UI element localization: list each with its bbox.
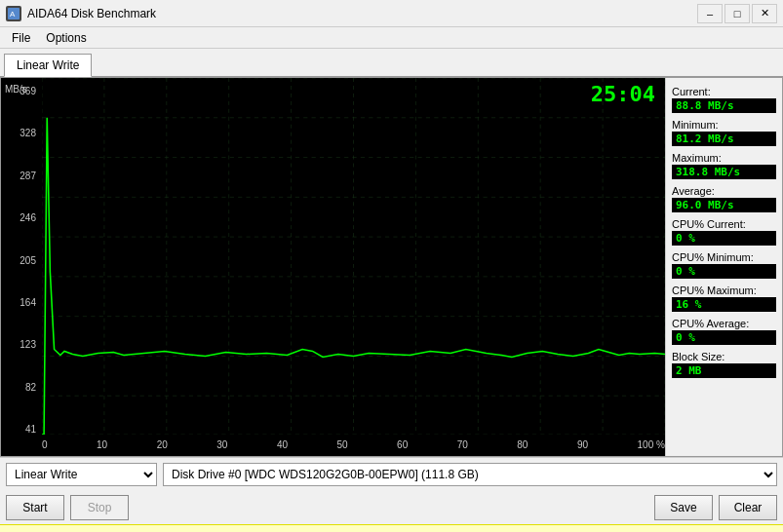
- stat-block-size-label: Block Size:: [672, 351, 776, 362]
- x-label-40: 40: [277, 439, 288, 450]
- stat-cpu-average-value: 0 %: [672, 330, 776, 345]
- stats-panel: Current: 88.8 MB/s Minimum: 81.2 MB/s Ma…: [665, 78, 782, 456]
- y-label-205: 205: [3, 255, 40, 266]
- stat-current-value: 88.8 MB/s: [672, 98, 776, 113]
- y-label-123: 123: [3, 339, 40, 350]
- tab-linear-write[interactable]: Linear Write: [4, 54, 92, 77]
- stat-cpu-current-value: 0 %: [672, 231, 776, 246]
- stat-average-label: Average:: [672, 185, 776, 197]
- stat-block-size-value: 2 MB: [672, 363, 776, 378]
- stat-cpu-average: CPU% Average: 0 %: [672, 318, 776, 345]
- stat-current-label: Current:: [672, 86, 776, 97]
- x-label-70: 70: [457, 439, 468, 450]
- maximize-button[interactable]: □: [724, 4, 750, 23]
- stat-cpu-average-label: CPU% Average:: [672, 318, 776, 329]
- save-button[interactable]: Save: [654, 495, 713, 520]
- stat-maximum: Maximum: 318.8 MB/s: [672, 152, 776, 179]
- chart-canvas: [42, 78, 665, 435]
- stat-cpu-maximum: CPU% Maximum: 16 %: [672, 285, 776, 312]
- stop-button[interactable]: Stop: [70, 495, 129, 520]
- start-button[interactable]: Start: [6, 495, 64, 520]
- y-label-328: 328: [3, 128, 40, 138]
- x-label-100: 100 %: [638, 439, 665, 450]
- app-icon: A: [6, 6, 21, 21]
- chart-area: MB/s 25:04 369 328 287 246 205 164 123 8…: [1, 78, 665, 456]
- menu-options[interactable]: Options: [38, 29, 94, 46]
- x-axis: 0 10 20 30 40 50 60 70 80 90 100 %: [42, 435, 665, 456]
- window-controls: – □ ✕: [697, 4, 777, 23]
- stat-cpu-current: CPU% Current: 0 %: [672, 218, 776, 246]
- x-label-0: 0: [42, 439, 48, 450]
- stat-cpu-maximum-value: 16 %: [672, 297, 776, 312]
- menu-file[interactable]: File: [4, 29, 38, 46]
- x-label-30: 30: [216, 439, 227, 450]
- y-label-287: 287: [3, 171, 40, 181]
- stat-cpu-minimum-value: 0 %: [672, 264, 776, 279]
- minimize-button[interactable]: –: [697, 4, 723, 23]
- y-axis: 369 328 287 246 205 164 123 82 41: [1, 78, 42, 456]
- y-label-164: 164: [3, 297, 40, 308]
- tab-bar: Linear Write: [0, 49, 783, 77]
- svg-text:A: A: [10, 10, 16, 19]
- stat-block-size: Block Size: 2 MB: [672, 351, 776, 378]
- x-label-10: 10: [97, 439, 107, 450]
- menu-bar: File Options: [0, 27, 783, 49]
- x-label-80: 80: [517, 439, 528, 450]
- stat-maximum-label: Maximum:: [672, 152, 776, 164]
- clear-button[interactable]: Clear: [719, 495, 777, 520]
- stat-cpu-current-label: CPU% Current:: [672, 218, 776, 230]
- stat-minimum-label: Minimum:: [672, 119, 776, 131]
- app-title: AIDA64 Disk Benchmark: [27, 7, 156, 20]
- stat-average-value: 96.0 MB/s: [672, 198, 776, 212]
- y-label-246: 246: [3, 212, 40, 223]
- buttons-row: Start Stop Save Clear: [0, 491, 783, 524]
- stat-cpu-minimum: CPU% Minimum: 0 %: [672, 251, 776, 279]
- stat-minimum-value: 81.2 MB/s: [672, 132, 776, 146]
- stat-average: Average: 96.0 MB/s: [672, 185, 776, 212]
- stat-current: Current: 88.8 MB/s: [672, 86, 776, 113]
- stat-cpu-minimum-label: CPU% Minimum:: [672, 251, 776, 263]
- stat-cpu-maximum-label: CPU% Maximum:: [672, 285, 776, 296]
- stat-maximum-value: 318.8 MB/s: [672, 165, 776, 179]
- x-label-50: 50: [336, 439, 347, 450]
- main-content: MB/s 25:04 369 328 287 246 205 164 123 8…: [0, 77, 783, 457]
- warning-row: ⚠ Write tests will DESTROY ALL DATA on t…: [0, 524, 783, 532]
- y-label-82: 82: [3, 382, 40, 393]
- close-button[interactable]: ✕: [752, 4, 777, 23]
- controls-row: Linear Write Linear Read Random Write Ra…: [0, 458, 783, 491]
- title-bar: A AIDA64 Disk Benchmark – □ ✕: [0, 0, 783, 27]
- bottom-bar: Linear Write Linear Read Random Write Ra…: [0, 457, 783, 532]
- y-label-369: 369: [3, 86, 40, 96]
- y-label-41: 41: [3, 424, 40, 435]
- x-label-20: 20: [157, 439, 168, 450]
- stat-minimum: Minimum: 81.2 MB/s: [672, 119, 776, 146]
- x-label-90: 90: [577, 439, 588, 450]
- drive-select[interactable]: Disk Drive #0 [WDC WDS120G2G0B-00EPW0] (…: [163, 463, 777, 486]
- x-label-60: 60: [397, 439, 408, 450]
- test-select[interactable]: Linear Write Linear Read Random Write Ra…: [6, 463, 157, 486]
